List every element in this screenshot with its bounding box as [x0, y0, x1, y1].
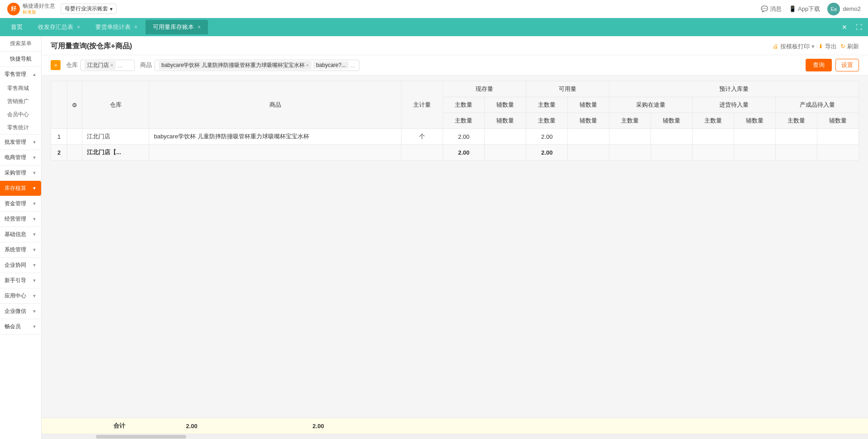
th-stock-aux: 辅数量 [485, 97, 526, 113]
sidebar-section-retail: 零售管理 ▲ 零售商城 营销推广 会员中心 零售统计 [0, 67, 41, 135]
tab-available-stock[interactable]: 可用量库存账本 × [146, 20, 208, 34]
tab-orders-close[interactable]: × [134, 24, 137, 30]
page-actions: 🖨 按模板打印 ▾ ⬇ 导出 ↻ 刷新 [773, 42, 859, 51]
sidebar-section-wechat-header[interactable]: 企业微信 ▼ [0, 304, 41, 319]
app-download-btn[interactable]: 📱 App下载 [789, 5, 820, 13]
tab-summary-close[interactable]: × [77, 24, 80, 30]
row1-stock-aux [485, 129, 526, 145]
collab-arrow: ▼ [32, 263, 37, 268]
footer-values: 2.00 2.00 [146, 423, 859, 430]
filter-toggle-btn[interactable]: » [51, 60, 61, 70]
tab-close-all[interactable]: ✕ [839, 22, 850, 33]
sidebar-section-collab-header[interactable]: 企业协同 ▼ [0, 258, 41, 273]
row1-prod-main [776, 129, 817, 145]
row1-settings[interactable] [67, 129, 82, 145]
sidebar-section-wechat: 企业微信 ▼ [0, 304, 41, 319]
page-header: 可用量查询(按仓库+商品) 🖨 按模板打印 ▾ ⬇ 导出 ↻ 刷新 [42, 36, 868, 55]
sidebar-section-retail-header[interactable]: 零售管理 ▲ [0, 67, 41, 82]
sidebar-section-finance-header[interactable]: 资金管理 ▼ [0, 196, 41, 211]
product-filter-value[interactable]: babycare学饮杯 儿童防摔防撞吸管杯重力球吸嘴杯宝宝水杯 × babyca… [155, 60, 359, 71]
tab-available-stock-close[interactable]: × [198, 24, 201, 30]
settings-button[interactable]: 设置 [835, 59, 859, 71]
row1-num: 1 [51, 129, 67, 145]
th-settings[interactable]: ⚙ [67, 81, 82, 129]
sidebar-quick-nav[interactable]: 快捷导航 [0, 52, 41, 67]
sidebar-section-operations-header[interactable]: 经营管理 ▼ [0, 212, 41, 227]
th-warehouse: 仓库 [82, 81, 149, 129]
table-footer: 合计 2.00 2.00 [42, 418, 868, 434]
warehouse-tag-remove[interactable]: × [110, 62, 113, 68]
row2-stock-aux [485, 145, 526, 160]
sidebar-section-basic: 基础信息 ▼ [0, 227, 41, 242]
wechat-arrow: ▼ [32, 309, 37, 314]
finance-arrow: ▼ [32, 201, 37, 206]
sidebar-section-apps-header[interactable]: 应用中心 ▼ [0, 288, 41, 303]
scroll-thumb[interactable] [96, 435, 186, 439]
sidebar-section-basic-header[interactable]: 基础信息 ▼ [0, 227, 41, 242]
retail-arrow: ▲ [32, 72, 37, 77]
th-product: 商品 [149, 81, 401, 129]
content-area: 可用量查询(按仓库+商品) 🖨 按模板打印 ▾ ⬇ 导出 ↻ 刷新 » [42, 36, 868, 439]
sidebar-section-apps: 应用中心 ▼ [0, 288, 41, 304]
tab-home[interactable]: 首页 [4, 20, 30, 34]
user-menu[interactable]: Ea demo2 [827, 3, 861, 15]
sidebar-section-inventory-header[interactable]: 库存核算 ▼ [0, 181, 41, 196]
th-current-stock: 现存量 [443, 81, 526, 97]
warehouse-filter-value[interactable]: 江北门店 × ... [80, 60, 135, 71]
wholesale-arrow: ▼ [32, 140, 37, 145]
sidebar-section-wholesale-header[interactable]: 批发管理 ▼ [0, 135, 41, 150]
footer-label: 合计 [92, 422, 146, 430]
filter-bar: » 仓库 江北门店 × ... 商品 babycare学饮杯 儿童防摔防撞吸管杯… [42, 55, 868, 76]
print-btn[interactable]: 🖨 按模板打印 ▾ [773, 42, 815, 51]
th-production-main: 主数量 [776, 113, 817, 129]
row2-settings[interactable] [67, 145, 82, 160]
sidebar-section-purchase: 采购管理 ▼ [0, 165, 41, 181]
row1-avail-aux [568, 129, 609, 145]
logo-text: 畅捷通好生意 标准版 [23, 3, 55, 14]
sidebar-search[interactable]: 搜索菜单 [0, 36, 41, 52]
th-stock-main-2: 主数量 [443, 113, 485, 129]
th-stock-aux-2: 辅数量 [485, 113, 526, 129]
sidebar-section-finance: 资金管理 ▼ [0, 196, 41, 212]
tab-orders[interactable]: 要货单统计表 × [88, 20, 145, 34]
sidebar-item-marketing[interactable]: 营销推广 [0, 95, 41, 108]
top-bar-left: 好 畅捷通好生意 标准版 母婴行业演示账套 ▾ [7, 3, 117, 15]
th-avail-aux-2: 辅数量 [568, 113, 609, 129]
th-incoming-main: 主数量 [693, 113, 734, 129]
sidebar-item-retail-stats[interactable]: 零售统计 [0, 121, 41, 134]
footer-stock-main: 2.00 [146, 423, 237, 430]
export-btn[interactable]: ⬇ 导出 [818, 42, 837, 51]
sidebar-item-retail-mall[interactable]: 零售商城 [0, 82, 41, 95]
sidebar-section-ecommerce-header[interactable]: 电商管理 ▼ [0, 150, 41, 165]
query-button[interactable]: 查询 [806, 59, 832, 71]
industry-selector[interactable]: 母婴行业演示账套 ▾ [61, 4, 117, 14]
sidebar-section-guide-header[interactable]: 新手引导 ▼ [0, 273, 41, 288]
scroll-bar[interactable] [42, 434, 868, 439]
refresh-btn[interactable]: ↻ 刷新 [840, 42, 859, 51]
sidebar-item-membership[interactable]: 会员中心 [0, 108, 41, 121]
sidebar-section-system: 系统管理 ▼ [0, 242, 41, 258]
message-btn[interactable]: 💬 消息 [761, 5, 782, 13]
sidebar-section-operations: 经营管理 ▼ [0, 212, 41, 227]
tab-summary[interactable]: 收发存汇总表 × [31, 20, 87, 34]
sidebar-section-ecommerce: 电商管理 ▼ [0, 150, 41, 165]
product-more[interactable]: ... [350, 62, 355, 69]
warehouse-more[interactable]: ... [118, 62, 123, 69]
sidebar-section-member: 畅会员 ▼ [0, 319, 41, 335]
row2-num: 2 [51, 145, 67, 160]
tab-nav: 首页 收发存汇总表 × 要货单统计表 × 可用量库存账本 × ✕ ⛶ [0, 18, 868, 36]
sidebar-section-purchase-header[interactable]: 采购管理 ▼ [0, 165, 41, 180]
member-arrow: ▼ [32, 324, 37, 329]
row2-product [149, 145, 401, 160]
sidebar-section-system-header[interactable]: 系统管理 ▼ [0, 242, 41, 257]
row1-purch-main [609, 129, 651, 145]
tab-fullscreen[interactable]: ⛶ [854, 22, 864, 33]
table-container: ⚙ 仓库 商品 主计量 现存量 可用量 预计入库量 主数量 辅数量 主数量 辅数… [42, 76, 868, 418]
th-avail-main: 主数量 [526, 97, 568, 113]
tab-nav-right: ✕ ⛶ [839, 22, 864, 33]
sidebar-section-member-header[interactable]: 畅会员 ▼ [0, 319, 41, 334]
row2-purch-aux [651, 145, 693, 160]
product-tag-1-remove[interactable]: × [306, 62, 309, 68]
filter-actions: 查询 设置 [806, 59, 859, 71]
product-tag-1: babycare学饮杯 儿童防摔防撞吸管杯重力球吸嘴杯宝宝水杯 × [159, 61, 311, 70]
